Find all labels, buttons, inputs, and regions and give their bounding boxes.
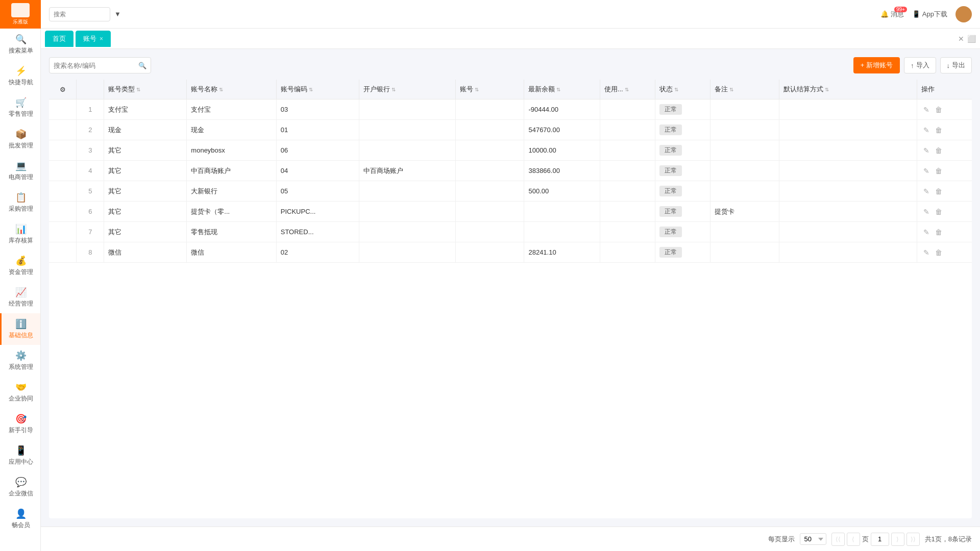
- next-page-btn[interactable]: ⟩: [891, 533, 904, 546]
- row-balance-4: 500.00: [524, 181, 600, 202]
- th-remark[interactable]: 备注 ⇅: [710, 80, 779, 99]
- edit-btn-1[interactable]: ✎: [921, 125, 932, 135]
- row-status-0: 正常: [655, 99, 710, 120]
- sidebar-item-quick-nav[interactable]: ⚡ 快捷导航: [0, 60, 40, 92]
- th-type[interactable]: 账号类型 ⇅: [104, 80, 187, 99]
- sort-name[interactable]: 账号名称 ⇅: [191, 85, 223, 94]
- top-search-input[interactable]: [49, 7, 110, 21]
- import-button[interactable]: ↑ 导入: [904, 57, 936, 73]
- tab-window-btns: ✕ ⬜: [958, 35, 976, 43]
- page-size-select[interactable]: 50 100: [800, 533, 826, 545]
- import-label: 导入: [916, 61, 929, 70]
- search-input[interactable]: [54, 62, 136, 69]
- sidebar-icon-retail-mgmt: 🛒: [15, 97, 27, 108]
- sidebar-item-beginner-guide[interactable]: 🎯 新手引导: [0, 408, 40, 440]
- first-page-btn[interactable]: ⟨⟨: [831, 533, 845, 546]
- prev-page-btn[interactable]: ⟨: [847, 533, 860, 546]
- sort-icon-code: ⇅: [309, 87, 313, 92]
- sort-remark[interactable]: 备注 ⇅: [715, 85, 733, 94]
- th-default-settlement[interactable]: 默认结算方式 ⇅: [779, 80, 917, 99]
- sidebar-label-purchase-mgmt: 采购管理: [9, 205, 33, 213]
- content-area: 🔍 + 新增账号 ↑ 导入 ↓ 导出: [41, 49, 980, 551]
- sidebar-item-purchase-mgmt[interactable]: 📋 采购管理: [0, 187, 40, 218]
- app-download-btn[interactable]: 📱 App下载: [912, 10, 947, 19]
- sidebar-item-inventory[interactable]: 📊 库存核算: [0, 218, 40, 250]
- tab-home[interactable]: 首页: [45, 31, 74, 47]
- row-code-1: 01: [276, 120, 359, 140]
- sort-use[interactable]: 使用... ⇅: [604, 85, 629, 94]
- sort-bank[interactable]: 开户银行 ⇅: [363, 85, 396, 94]
- edit-btn-5[interactable]: ✎: [921, 207, 932, 217]
- delete-btn-7[interactable]: 🗑: [933, 247, 944, 258]
- last-page-btn[interactable]: ⟩⟩: [906, 533, 920, 546]
- row-num-1: 2: [77, 120, 104, 140]
- sidebar-item-retail-mgmt[interactable]: 🛒 零售管理: [0, 92, 40, 123]
- row-account-4: [455, 181, 524, 202]
- th-balance[interactable]: 最新余额 ⇅: [524, 80, 600, 99]
- page-input[interactable]: [871, 533, 889, 546]
- sort-status[interactable]: 状态 ⇅: [659, 85, 678, 94]
- row-action-4: ✎ 🗑: [917, 181, 972, 202]
- edit-btn-4[interactable]: ✎: [921, 186, 932, 196]
- edit-btn-2[interactable]: ✎: [921, 145, 932, 156]
- sort-code[interactable]: 账号编码 ⇅: [281, 85, 313, 94]
- sort-icon-name: ⇅: [219, 87, 223, 92]
- tab-close-btn[interactable]: ×: [100, 35, 103, 42]
- row-remark-3: [710, 161, 779, 181]
- sidebar-icon-quick-nav: ⚡: [15, 65, 27, 77]
- tab-maximize-btn[interactable]: ⬜: [967, 35, 976, 43]
- sidebar-icon-finance-mgmt: 💰: [15, 255, 27, 266]
- sidebar-item-app-center[interactable]: 📱 应用中心: [0, 440, 40, 471]
- export-button[interactable]: ↓ 导出: [940, 57, 972, 73]
- sidebar-item-system-mgmt[interactable]: ⚙️ 系统管理: [0, 345, 40, 377]
- sidebar-item-wholesale-mgmt[interactable]: 📦 批发管理: [0, 123, 40, 155]
- th-status[interactable]: 状态 ⇅: [655, 80, 710, 99]
- sidebar-item-operations-mgmt[interactable]: 📈 经营管理: [0, 282, 40, 313]
- delete-btn-3[interactable]: 🗑: [933, 166, 944, 176]
- delete-btn-4[interactable]: 🗑: [933, 186, 944, 196]
- sidebar-item-search-menu[interactable]: 🔍 搜索菜单: [0, 29, 40, 60]
- notification-btn[interactable]: 🔔 消息 99+: [880, 10, 904, 19]
- edit-btn-7[interactable]: ✎: [921, 247, 932, 258]
- sidebar-item-enterprise-wechat[interactable]: 💬 企业微信: [0, 471, 40, 503]
- tab-close-window-btn[interactable]: ✕: [958, 35, 964, 43]
- delete-btn-5[interactable]: 🗑: [933, 207, 944, 217]
- notification-badge: 99+: [894, 7, 907, 12]
- sidebar-label-beginner-guide: 新手引导: [9, 426, 33, 435]
- row-status-6: 正常: [655, 222, 710, 242]
- sidebar-item-finance-mgmt[interactable]: 💰 资金管理: [0, 250, 40, 282]
- sidebar-item-ecommerce-mgmt[interactable]: 💻 电商管理: [0, 155, 40, 187]
- delete-btn-6[interactable]: 🗑: [933, 227, 944, 237]
- sort-type[interactable]: 账号类型 ⇅: [108, 85, 140, 94]
- search-box[interactable]: 🔍: [49, 57, 151, 73]
- edit-btn-0[interactable]: ✎: [921, 105, 932, 115]
- row-type-3: 其它: [104, 161, 187, 181]
- tab-account[interactable]: 账号 ×: [76, 31, 111, 47]
- add-account-button[interactable]: + 新增账号: [853, 57, 900, 73]
- avatar[interactable]: [955, 6, 972, 22]
- row-bank-6: [359, 222, 455, 242]
- th-name[interactable]: 账号名称 ⇅: [187, 80, 276, 99]
- sidebar-item-basic-info[interactable]: ℹ️ 基础信息: [0, 313, 40, 345]
- tab-account-label: 账号: [83, 34, 96, 43]
- delete-btn-2[interactable]: 🗑: [933, 145, 944, 156]
- delete-btn-0[interactable]: 🗑: [933, 105, 944, 115]
- th-code[interactable]: 账号编码 ⇅: [276, 80, 359, 99]
- th-account[interactable]: 账号 ⇅: [455, 80, 524, 99]
- th-use[interactable]: 使用... ⇅: [600, 80, 655, 99]
- sort-account[interactable]: 账号 ⇅: [460, 85, 479, 94]
- th-gear[interactable]: ⚙: [49, 80, 77, 99]
- row-balance-1: 547670.00: [524, 120, 600, 140]
- row-name-0: 支付宝: [187, 99, 276, 120]
- dropdown-btn[interactable]: ▼: [114, 10, 121, 18]
- sidebar-item-member[interactable]: 👤 畅会员: [0, 503, 40, 535]
- edit-btn-6[interactable]: ✎: [921, 227, 932, 237]
- table-wrapper: ⚙ 账号类型 ⇅ 账号名称 ⇅: [49, 80, 972, 518]
- sort-default-settlement[interactable]: 默认结算方式 ⇅: [783, 85, 829, 94]
- edit-btn-3[interactable]: ✎: [921, 166, 932, 176]
- sort-balance[interactable]: 最新余额 ⇅: [528, 85, 560, 94]
- th-bank[interactable]: 开户银行 ⇅: [359, 80, 455, 99]
- delete-btn-1[interactable]: 🗑: [933, 125, 944, 135]
- th-bank-label: 开户银行: [363, 85, 390, 94]
- sidebar-item-enterprise-agreement[interactable]: 🤝 企业协同: [0, 377, 40, 408]
